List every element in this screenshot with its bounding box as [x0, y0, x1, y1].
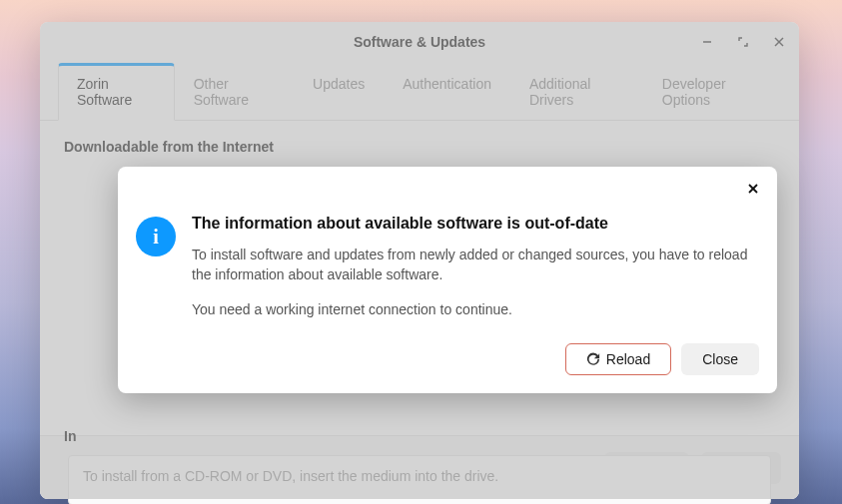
dialog-para-2: You need a working internet connection t…: [192, 299, 759, 319]
dialog-body: i The information about available softwa…: [136, 185, 759, 333]
software-updates-window: Software & Updates Zorin Software Other …: [40, 22, 799, 499]
reload-label: Reload: [606, 351, 650, 367]
dialog-para-1: To install software and updates from new…: [192, 245, 759, 285]
dialog-text: The information about available software…: [192, 215, 759, 333]
dialog-close-footer-button[interactable]: Close: [681, 343, 759, 375]
reload-button[interactable]: Reload: [565, 343, 671, 375]
info-icon: i: [136, 217, 176, 256]
dialog-close-button[interactable]: [741, 177, 765, 201]
info-dialog: i The information about available softwa…: [118, 167, 777, 393]
reload-icon: [586, 352, 600, 366]
dialog-footer: Reload Close: [136, 343, 759, 375]
dialog-title: The information about available software…: [192, 215, 759, 233]
